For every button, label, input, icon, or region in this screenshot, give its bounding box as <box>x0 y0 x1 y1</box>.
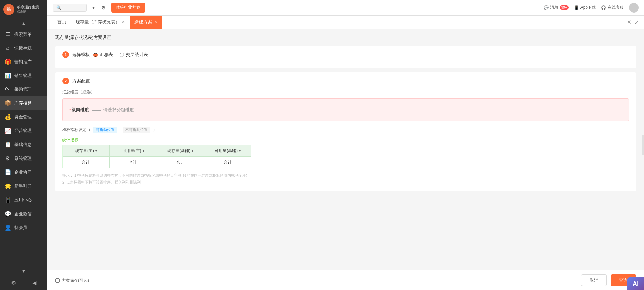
sidebar-item-wechat[interactable]: 💬 企业微信 <box>0 207 47 221</box>
stats-col-0[interactable]: 现存量(主) ▾ <box>63 145 110 156</box>
chevron-2-icon: ▾ <box>192 149 193 153</box>
stats-col-2[interactable]: 现存量(基辅) ▾ <box>157 145 204 156</box>
sidebar-logo: 畅 畅康通好生意 标准版 <box>0 0 47 19</box>
member-icon: 👤 <box>5 224 11 231</box>
stats-body-2: 合计 <box>157 157 204 168</box>
stats-table: 现存量(主) ▾ 可用量(主) ▾ 现存量(基辅) ▾ <box>62 145 251 168</box>
step2-title: 方案配置 <box>72 78 90 84</box>
radio-summary-input[interactable] <box>93 53 98 57</box>
tab-bar: 首页 现存量（库存状况表） ✕ 新建方案 ✕ ✕ ⤢ <box>47 16 644 29</box>
right-handle[interactable] <box>642 135 644 155</box>
money-icon: 💰 <box>5 114 11 120</box>
online-service-btn[interactable]: 🎧 在线客服 <box>601 5 624 10</box>
dimension-box[interactable]: * 纵向维度 —— 请选择分组维度 <box>62 98 629 121</box>
sidebar-item-shortcut-label: 快捷导航 <box>14 45 32 51</box>
sidebar-nav: ☰ 搜索菜单 ⌂ 快捷导航 🎁 营销推广 📊 销售管理 🛍 采购管理 📦 库存核… <box>0 27 47 267</box>
topbar-settings-btn[interactable]: ⚙ <box>100 4 107 12</box>
tab-new-plan-close[interactable]: ✕ <box>154 20 157 24</box>
content-area: 现存量(库存状况表)方案设置 1 选择模板 汇总表 交叉统计表 <box>47 29 644 270</box>
trial-industry-btn[interactable]: 体验行业方案 <box>111 3 145 13</box>
logo-icon: 畅 <box>3 4 14 15</box>
wechat-icon: 💬 <box>5 211 11 217</box>
main-area: 🔍 ▾ ⚙ 体验行业方案 💬 消息 99+ 📱 App下载 🎧 在线客服 <box>47 0 644 290</box>
stats-body-1: 合计 <box>110 157 157 168</box>
sidebar-scroll-down[interactable]: ▼ <box>0 267 47 275</box>
draggable-tag: 可拖动位置 <box>93 127 117 133</box>
collapse-sidebar-btn[interactable]: ◀ <box>31 278 38 287</box>
sidebar-scroll-up[interactable]: ▲ <box>0 19 47 27</box>
search-input[interactable] <box>63 5 83 10</box>
settings-footer-btn[interactable]: ⚙ <box>10 278 17 287</box>
tab-home[interactable]: 首页 <box>53 16 71 29</box>
cancel-button[interactable]: 取消 <box>581 274 607 286</box>
sidebar-item-inventory[interactable]: 📦 库存核算 <box>0 96 47 110</box>
sidebar-item-finance[interactable]: 💰 资金管理 <box>0 110 47 124</box>
sidebar-item-appstore[interactable]: 📱 应用中心 <box>0 193 47 207</box>
sidebar-item-operations[interactable]: 📈 经营管理 <box>0 124 47 138</box>
sidebar-item-purchase[interactable]: 🛍 采购管理 <box>0 82 47 96</box>
tab-inventory-close[interactable]: ✕ <box>122 20 125 24</box>
topbar-dropdown-btn[interactable]: ▾ <box>91 4 96 12</box>
home-icon: ⌂ <box>5 45 11 51</box>
sidebar-item-system[interactable]: ⚙ 系统管理 <box>0 151 47 165</box>
step2-header: 2 方案配置 <box>62 78 629 84</box>
chevron-0-icon: ▾ <box>95 149 97 153</box>
dimension-name: 纵向维度 <box>72 107 89 113</box>
stats-col-3[interactable]: 可用量(基辅) ▾ <box>204 145 251 156</box>
indicator-settings-label: 模板指标设定（ 可拖动位置 不可拖动位置 ） <box>62 127 629 133</box>
user-avatar[interactable] <box>629 3 639 13</box>
stats-col-1[interactable]: 可用量(主) ▾ <box>110 145 157 156</box>
radio-cross[interactable]: 交叉统计表 <box>120 52 148 58</box>
sidebar-item-sales[interactable]: 📊 销售管理 <box>0 69 47 82</box>
ai-badge[interactable]: Ai <box>627 277 644 290</box>
sidebar-item-basic[interactable]: 📋 基础信息 <box>0 138 47 151</box>
stats-label: 统计指标 <box>62 137 629 143</box>
tab-new-plan-label: 新建方案 <box>134 19 152 25</box>
phone-icon: 📱 <box>5 197 11 203</box>
fixed-tag: 不可拖动位置 <box>123 127 150 133</box>
tab-inventory[interactable]: 现存量（库存状况表） ✕ <box>71 16 130 29</box>
tip-0: 提示： 1.拖动标题栏可以调整布局，不可跨维度或指标区域拖动栏目字段(只能在同一… <box>62 172 629 179</box>
tab-inventory-label: 现存量（库存状况表） <box>76 19 120 25</box>
save-checkbox[interactable] <box>55 278 60 283</box>
save-option[interactable]: 方案保存(可选) <box>55 277 89 283</box>
app-download-btn[interactable]: 📱 App下载 <box>574 5 596 10</box>
sidebar-item-contract[interactable]: 📄 企业协同 <box>0 165 47 179</box>
search-box[interactable]: 🔍 <box>53 4 87 12</box>
gear-icon: ⚙ <box>5 155 11 162</box>
tab-new-plan[interactable]: 新建方案 ✕ <box>130 16 162 29</box>
tab-home-label: 首页 <box>57 19 66 25</box>
service-icon: 🎧 <box>601 5 606 10</box>
topbar-right: 💬 消息 99+ 📱 App下载 🎧 在线客服 <box>544 3 639 13</box>
messages-badge: 99+ <box>560 5 569 10</box>
sidebar-item-search[interactable]: ☰ 搜索菜单 <box>0 27 47 41</box>
radio-summary-label: 汇总表 <box>100 52 113 58</box>
sidebar-item-shortcut[interactable]: ⌂ 快捷导航 <box>0 41 47 55</box>
required-mark: * <box>69 107 71 113</box>
indicator-settings: 模板指标设定（ 可拖动位置 不可拖动位置 ） <box>62 127 629 133</box>
app-download-label: App下载 <box>580 5 596 10</box>
radio-summary[interactable]: 汇总表 <box>93 52 113 58</box>
dimension-label: 汇总维度（必选） <box>62 89 629 95</box>
box-icon: 📦 <box>5 100 11 106</box>
sidebar-item-member[interactable]: 👤 畅会员 <box>0 221 47 235</box>
template-options: 汇总表 交叉统计表 <box>93 52 148 58</box>
bag-icon: 🛍 <box>5 86 11 92</box>
page-title: 现存量(库存状况表)方案设置 <box>55 34 636 41</box>
tab-expand-btn[interactable]: ⤢ <box>634 19 639 25</box>
sidebar-footer: ⚙ ◀ <box>0 275 47 290</box>
messages-btn[interactable]: 💬 消息 99+ <box>544 5 569 10</box>
dimension-dash: —— <box>92 107 101 113</box>
search-icon: 🔍 <box>56 5 61 10</box>
stats-body-row: 合计 合计 合计 合计 <box>63 156 251 168</box>
stats-body-0: 合计 <box>63 157 110 168</box>
radio-cross-input[interactable] <box>120 53 124 57</box>
bottom-bar: 方案保存(可选) 取消 查询 <box>47 270 644 290</box>
chevron-1-icon: ▾ <box>143 149 144 153</box>
sidebar: 畅 畅康通好生意 标准版 ▲ ☰ 搜索菜单 ⌂ 快捷导航 🎁 营销推广 📊 销售… <box>0 0 47 290</box>
operations-icon: 📈 <box>5 127 11 134</box>
sidebar-item-marketing[interactable]: 🎁 营销推广 <box>0 55 47 69</box>
messages-label: 消息 <box>550 5 558 10</box>
tab-close-btn[interactable]: ✕ <box>627 19 631 25</box>
sidebar-item-newbie[interactable]: 🌟 新手引导 <box>0 179 47 193</box>
